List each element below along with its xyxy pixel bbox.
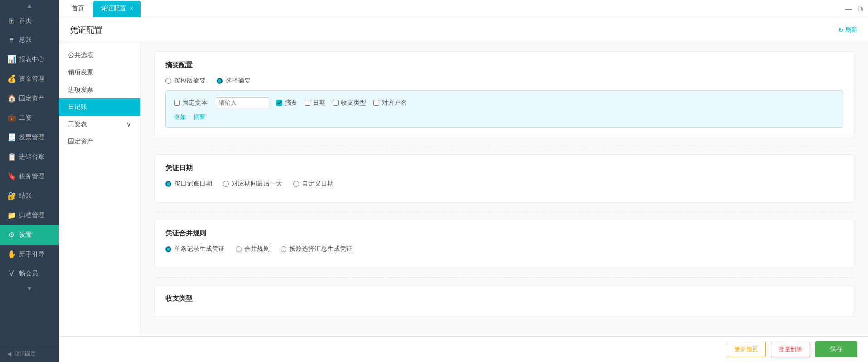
sidebar-label-member: 畅会员 (19, 269, 38, 278)
bottom-bar: 更新预置 批量删除 保存 (59, 336, 868, 362)
restore-button[interactable]: ⧉ (858, 5, 863, 13)
checkbox-date[interactable]: 日期 (305, 99, 325, 107)
sidebar-label-salary: 工资 (19, 114, 32, 122)
sidebar-label-archive: 归档管理 (19, 211, 44, 220)
radio-by-selection[interactable]: 按照选择汇总生成凭证 (281, 245, 353, 253)
archive-icon: 📁 (7, 211, 15, 220)
report-icon: 📊 (7, 55, 15, 64)
radio-custom-date[interactable]: 自定义日期 (293, 180, 334, 188)
sidebar-item-sales[interactable]: 📋 进销台账 (0, 147, 59, 166)
home-icon: ⊞ (7, 16, 15, 25)
sidebar-item-salary[interactable]: 💼 工资 (0, 108, 59, 127)
merge-title: 凭证合并规则 (165, 229, 843, 238)
sidebar-item-tax[interactable]: 🔖 税务管理 (0, 166, 59, 186)
unpin-sidebar-button[interactable]: ◀ 取消固定 (0, 345, 59, 362)
chevron-down-icon: ∨ (126, 121, 131, 128)
summary-fields-row: 固定文本 摘要 日期 (174, 97, 834, 108)
radio-template-summary[interactable]: 按模版摘要 (165, 77, 206, 85)
sidebar-item-settings[interactable]: ⚙ 设置 (0, 225, 59, 245)
batch-delete-button[interactable]: 批量删除 (771, 342, 810, 357)
sidebar-label-report: 报表中心 (19, 55, 44, 64)
invoice-icon: 🧾 (7, 133, 15, 142)
sidebar-item-home[interactable]: ⊞ 首页 (0, 11, 59, 30)
date-section: 凭证日期 按日记账日期 对应期间最后一天 自定义日期 (154, 154, 854, 203)
page-header: 凭证配置 ↻ 刷新 (59, 18, 868, 42)
income-type-section: 收支类型 (154, 285, 854, 316)
guide-icon: ✋ (7, 250, 15, 259)
window-controls: — ⧉ (845, 5, 863, 13)
nav-fixed-assets[interactable]: 固定资产 (59, 133, 140, 150)
nav-salary-table[interactable]: 工资表 ∨ (59, 116, 140, 133)
ledger-icon: ≡ (7, 36, 15, 44)
sidebar-scroll-up[interactable]: ▲ (0, 0, 59, 11)
page-title: 凭证配置 (70, 24, 102, 35)
settings-icon: ⚙ (7, 230, 15, 239)
left-nav: 公共选项 销项发票 进项发票 日记账 工资表 ∨ 固定资产 (59, 42, 141, 336)
body-layout: 公共选项 销项发票 进项发票 日记账 工资表 ∨ 固定资产 (59, 42, 868, 336)
tax-icon: 🔖 (7, 172, 15, 181)
sidebar-item-guide[interactable]: ✋ 新手引导 (0, 245, 59, 264)
right-content: 摘要配置 按模版摘要 选择摘要 (141, 42, 868, 336)
salary-icon: 💼 (7, 113, 15, 122)
merge-section: 凭证合并规则 单条记录生成凭证 合并规则 按照选择汇总生成凭证 (154, 220, 854, 268)
sidebar-scroll-down[interactable]: ▼ (0, 283, 59, 294)
summary-example: 例如： 摘要 (174, 113, 834, 121)
main-area: 首页 凭证配置 × — ⧉ 凭证配置 ↻ 刷新 公共选项 (59, 0, 868, 362)
sidebar-item-member[interactable]: V 畅会员 (0, 264, 59, 283)
date-options-group: 按日记账日期 对应期间最后一天 自定义日期 (165, 180, 843, 188)
summary-mode-group: 按模版摘要 选择摘要 (165, 77, 843, 85)
refresh-button[interactable]: ↻ 刷新 (839, 26, 857, 34)
sidebar-item-ledger[interactable]: ≡ 总账 (0, 30, 59, 49)
radio-last-day[interactable]: 对应期间最后一天 (223, 180, 282, 188)
sidebar-label-ledger: 总账 (19, 36, 32, 44)
nav-sales-invoice[interactable]: 销项发票 (59, 64, 140, 81)
sidebar-item-report[interactable]: 📊 报表中心 (0, 49, 59, 69)
update-preset-button[interactable]: 更新预置 (727, 342, 766, 357)
assets-icon: 🏠 (7, 94, 15, 103)
fund-icon: 💰 (7, 74, 15, 83)
sidebar-item-archive[interactable]: 📁 归档管理 (0, 205, 59, 225)
sidebar-item-invoice[interactable]: 🧾 发票管理 (0, 127, 59, 147)
radio-single[interactable]: 单条记录生成凭证 (165, 245, 225, 253)
save-button[interactable]: 保存 (815, 341, 857, 357)
checkbox-counterpart[interactable]: 对方户名 (373, 99, 407, 107)
tab-close-voucher[interactable]: × (130, 5, 133, 12)
minimize-button[interactable]: — (845, 5, 852, 13)
tab-bar: 首页 凭证配置 × — ⧉ (59, 0, 868, 18)
merge-options-group: 单条记录生成凭证 合并规则 按照选择汇总生成凭证 (165, 245, 843, 253)
fixed-text-input[interactable] (215, 97, 269, 108)
sidebar-label-invoice: 发票管理 (19, 133, 44, 142)
sidebar-label-fund: 资金管理 (19, 75, 44, 83)
member-icon: V (7, 269, 15, 278)
summary-config-box: 固定文本 摘要 日期 (165, 90, 843, 128)
checkbox-fixed-text[interactable]: 固定文本 (174, 99, 208, 107)
refresh-icon: ↻ (839, 27, 844, 34)
tab-voucher[interactable]: 凭证配置 × (93, 1, 141, 17)
close-account-icon: 🔐 (7, 191, 15, 200)
nav-purchase-invoice[interactable]: 进项发票 (59, 81, 140, 98)
sidebar-label-guide: 新手引导 (19, 250, 44, 259)
sidebar-item-assets[interactable]: 🏠 固定资产 (0, 88, 59, 108)
nav-public[interactable]: 公共选项 (59, 47, 140, 64)
radio-journal-date[interactable]: 按日记账日期 (165, 180, 212, 188)
tab-home[interactable]: 首页 (64, 1, 92, 17)
unpin-icon: ◀ (7, 351, 11, 357)
sidebar-item-close[interactable]: 🔐 结账 (0, 186, 59, 205)
sidebar-label-assets: 固定资产 (19, 94, 44, 103)
sidebar-label-tax: 税务管理 (19, 172, 44, 181)
checkbox-summary[interactable]: 摘要 (276, 99, 297, 107)
unpin-label: 取消固定 (14, 350, 36, 357)
content-area: 凭证配置 ↻ 刷新 公共选项 销项发票 进项发票 日记账 (59, 18, 868, 362)
summary-section: 摘要配置 按模版摘要 选择摘要 (154, 51, 854, 137)
income-type-title: 收支类型 (165, 294, 843, 307)
sidebar-item-fund[interactable]: 💰 资金管理 (0, 69, 59, 88)
sidebar: ▲ ⊞ 首页 ≡ 总账 📊 报表中心 💰 资金管理 🏠 固定资产 💼 工资 🧾 … (0, 0, 59, 362)
checkbox-income-type[interactable]: 收支类型 (333, 99, 366, 107)
summary-title: 摘要配置 (165, 61, 843, 69)
nav-journal[interactable]: 日记账 (59, 98, 140, 116)
sidebar-label-close: 结账 (19, 192, 32, 200)
sidebar-label-home: 首页 (19, 17, 32, 25)
sidebar-label-sales: 进销台账 (19, 153, 44, 161)
radio-merge-rule[interactable]: 合并规则 (236, 245, 270, 253)
radio-select-summary[interactable]: 选择摘要 (217, 77, 251, 85)
